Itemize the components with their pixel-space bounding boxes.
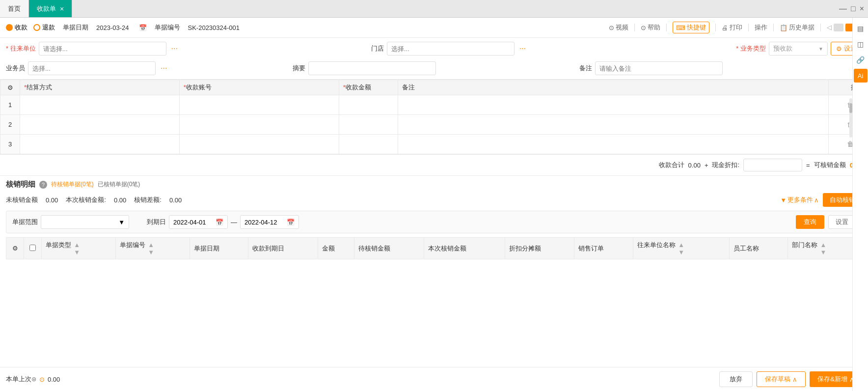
range-select[interactable]: ▼ <box>41 215 129 229</box>
pending-tag[interactable]: 待核销单据(0笔) <box>51 180 94 189</box>
equals-sign: = <box>806 162 810 169</box>
row-number: 3 <box>0 135 20 154</box>
amount-cell[interactable] <box>339 135 398 154</box>
account-cell[interactable] <box>179 95 339 115</box>
date-separator: — <box>231 219 237 226</box>
query-button[interactable]: 查询 <box>796 215 824 229</box>
layout-icon1[interactable] <box>834 24 843 31</box>
video-label: 视频 <box>616 23 628 32</box>
layout-prev-icon[interactable]: ◁ <box>827 24 832 31</box>
maximize-icon[interactable]: □ <box>851 4 856 13</box>
minimize-icon[interactable]: — <box>839 4 847 13</box>
range-arrow: ▼ <box>118 219 125 226</box>
order-info-icon[interactable]: ⊙ <box>39 376 45 383</box>
date-calendar-icon[interactable]: 📅 <box>139 24 147 31</box>
unclaimed-value: 0.00 <box>46 196 58 204</box>
abstract-input[interactable] <box>308 61 436 75</box>
table-settings-col[interactable]: ⚙ <box>0 80 20 95</box>
divider1 <box>634 24 635 31</box>
staff-more-btn[interactable]: ··· <box>159 64 169 73</box>
note-cell[interactable] <box>398 135 828 154</box>
table-gear-icon[interactable]: ⚙ <box>7 84 13 91</box>
print-btn[interactable]: 🖨 打印 <box>722 23 742 32</box>
divider6 <box>820 24 821 31</box>
discard-button[interactable]: 放弃 <box>719 371 753 387</box>
save-draft-button[interactable]: 保存草稿 ∧ <box>757 371 806 387</box>
close-icon[interactable]: × <box>860 4 864 13</box>
store-more-btn[interactable]: ··· <box>517 44 528 53</box>
settlement-cell[interactable] <box>20 115 180 135</box>
shortcut-btn[interactable]: ⌨ 快捷键 <box>673 22 709 33</box>
filter-right: ▼ 更多条件 ∧ 自动核销 <box>780 193 862 207</box>
account-cell[interactable] <box>179 135 339 154</box>
settlement-cell[interactable] <box>20 135 180 154</box>
settings-button2[interactable]: 设置 <box>828 215 856 229</box>
sub-check-col[interactable] <box>24 238 42 259</box>
amount-cell[interactable] <box>339 115 398 135</box>
due-date-to[interactable]: 2022-04-12 📅 <box>240 215 299 229</box>
due-date-from[interactable]: 2022-04-01 📅 <box>169 215 228 229</box>
note-cell[interactable] <box>398 115 828 135</box>
select-all-checkbox[interactable] <box>29 245 36 251</box>
receipt-table-section: ⚙ *结算方式 *收款账号 *收款金额 备注 操作 1 <box>0 80 868 155</box>
sub-gear-col[interactable]: ⚙ <box>6 238 24 259</box>
date-label: 单据日期 <box>63 23 88 32</box>
row-number: 2 <box>0 115 20 135</box>
sub-type-col: 单据类型 ▲▼ <box>42 238 116 259</box>
filter-row: 单据范围 ▼ 到期日 2022-04-01 📅 — 2022-04-12 📅 <box>6 211 862 233</box>
operation-btn[interactable]: 操作 <box>755 23 767 32</box>
tab-home[interactable]: 首页 <box>0 0 29 17</box>
save-draft-label: 保存草稿 <box>765 375 790 384</box>
tab-close-icon[interactable]: × <box>60 5 64 13</box>
partner-input[interactable] <box>39 42 166 56</box>
note-field: 备注 <box>579 61 862 75</box>
bottom-right: 放弃 保存草稿 ∧ 保存&新增 ∧ <box>719 371 862 387</box>
date-to-value: 2022-04-12 <box>244 219 277 226</box>
sub-staff-col: 员工名称 <box>729 238 787 259</box>
divider5 <box>773 24 774 31</box>
partner-more-btn[interactable]: ··· <box>169 44 180 53</box>
radio-refund[interactable]: 退款 <box>33 23 55 32</box>
verify-stats-row: 未核销金额 0.00 本次核销金额: 0.00 核销差额: 0.00 ▼ 更多条… <box>6 193 862 207</box>
note-input[interactable] <box>595 61 723 75</box>
sub-gear-icon[interactable]: ⚙ <box>12 245 18 252</box>
sub-date-col: 单据日期 <box>190 238 248 259</box>
partner-label: 往来单位 <box>6 44 36 53</box>
form-section: 往来单位 ··· 门店 ··· 业务类型 预收款 ▼ ⚙ 设置 <box>0 38 868 80</box>
unclaimed-label: 未核销金额 <box>6 196 38 204</box>
sidebar-ai-icon[interactable]: Ai <box>854 69 868 83</box>
settlement-cell[interactable] <box>20 95 180 115</box>
more-filter-arrow: ∧ <box>814 196 819 204</box>
divider3 <box>715 24 716 31</box>
help-btn[interactable]: ⊙ 帮助 <box>641 23 660 32</box>
discount-input[interactable] <box>743 159 802 171</box>
tab-bar: 首页 收款单 × — □ × <box>0 0 868 18</box>
tab-receipt[interactable]: 收款单 × <box>29 0 72 17</box>
done-tag[interactable]: 已核销单据(0笔) <box>98 180 140 189</box>
account-cell[interactable] <box>179 115 339 135</box>
radio-receipt[interactable]: 收款 <box>6 23 27 32</box>
sidebar-panel-icon[interactable]: ◫ <box>854 37 868 51</box>
date-value: 2023-03-24 <box>96 24 129 31</box>
video-btn[interactable]: ⊙ 视频 <box>609 23 628 32</box>
biz-type-select[interactable]: 预收款 ▼ <box>769 42 828 56</box>
verify-info-icon[interactable]: ? <box>39 181 47 189</box>
more-filter-btn[interactable]: ▼ 更多条件 ∧ <box>780 196 819 204</box>
tab-home-label: 首页 <box>8 4 21 13</box>
history-btn[interactable]: 📋 历史单据 <box>780 23 814 32</box>
sidebar-link-icon[interactable]: 🔗 <box>854 53 868 67</box>
note-cell[interactable] <box>398 95 828 115</box>
store-field: 门店 ··· <box>371 42 732 56</box>
store-input[interactable] <box>387 42 515 56</box>
sidebar-table-icon[interactable]: ▤ <box>854 22 868 35</box>
right-sidebar: ▤ ◫ 🔗 Ai <box>852 18 868 391</box>
biz-type-label: 业务类型 <box>736 44 766 53</box>
amount-cell[interactable] <box>339 95 398 115</box>
receipt-table: ⚙ *结算方式 *收款账号 *收款金额 备注 操作 1 <box>0 80 868 154</box>
staff-input[interactable] <box>28 61 156 75</box>
shortcut-icon: ⌨ <box>676 24 685 31</box>
diff-label: 核销差额: <box>134 196 162 204</box>
help-icon: ⊙ <box>641 24 646 31</box>
sub-discount-col: 折扣分摊额 <box>505 238 574 259</box>
video-icon: ⊙ <box>609 24 614 31</box>
